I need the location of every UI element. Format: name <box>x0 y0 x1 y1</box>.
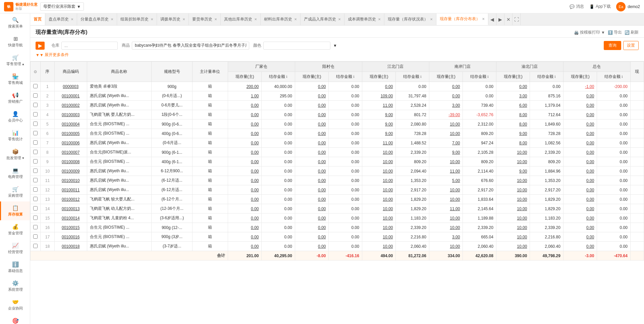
row-nanan-qty[interactable]: 11.00 <box>429 204 463 214</box>
row-checkbox[interactable] <box>31 148 41 157</box>
row-nanan-qty[interactable]: 10.00 <box>429 129 463 138</box>
row-sku[interactable]: 00100004 <box>54 120 87 129</box>
row-jiangbei-qty[interactable]: 10.00 <box>362 195 395 204</box>
row-sku[interactable]: 00100007 <box>54 148 87 157</box>
row-total-qty[interactable]: 0.00 <box>563 167 597 176</box>
row-checkbox[interactable] <box>31 185 41 195</box>
row-yubei-qty[interactable]: 9.00 <box>496 129 530 138</box>
row-mocun-qty[interactable]: 0.00 <box>295 223 328 232</box>
row-sku[interactable]: 0000003 <box>54 82 87 91</box>
row-factory-qty[interactable]: 0.00 <box>228 242 261 251</box>
tab-transfer-close[interactable]: ✕ <box>182 17 185 21</box>
tab-combo-tear-close[interactable]: ✕ <box>151 17 153 21</box>
row-yubei-qty[interactable]: 6.00 <box>496 101 530 110</box>
row-nanan-qty[interactable]: 5.00 <box>429 176 463 185</box>
row-mocun-qty[interactable]: 0.00 <box>295 101 328 110</box>
row-factory-qty[interactable]: 0.00 <box>228 120 261 129</box>
row-mocun-qty[interactable]: 0.00 <box>295 129 328 138</box>
tab-material-out[interactable]: 材料出库单历史 ✕ <box>261 13 301 25</box>
row-total-qty[interactable]: 0.00 <box>563 214 597 223</box>
row-yubei-qty[interactable]: 10.00 <box>496 195 530 204</box>
sidebar-item-retail[interactable]: 🛒 零售管理 ▲ <box>0 51 30 70</box>
sidebar-item-ecom[interactable]: 💻 电商管理 <box>0 164 30 183</box>
row-sku[interactable]: 00100011 <box>54 185 87 195</box>
row-checkbox[interactable] <box>31 195 41 204</box>
row-nanan-qty[interactable]: 10.00 <box>429 185 463 195</box>
row-total-qty[interactable]: 0.00 <box>563 195 597 204</box>
row-factory-qty[interactable]: 0.00 <box>228 157 261 167</box>
row-mocun-qty[interactable]: 0.00 <box>295 204 328 214</box>
row-total-qty[interactable]: 0.00 <box>563 242 597 251</box>
nanan-amt-info-icon[interactable]: ℹ <box>487 75 489 79</box>
row-total-qty[interactable]: -1.00 <box>563 82 597 91</box>
message-button[interactable]: 💬 消息 <box>570 4 584 9</box>
tab-cost-adjust-close[interactable]: ✕ <box>378 17 381 21</box>
row-nanan-qty[interactable]: 10.00 <box>429 242 463 251</box>
row-checkbox[interactable] <box>31 138 41 148</box>
row-checkbox[interactable] <box>31 242 41 251</box>
tab-transfer[interactable]: 调拨单历史 ✕ <box>157 13 189 25</box>
sidebar-item-marketing[interactable]: 📢 营销推广 <box>0 89 30 107</box>
row-yubei-qty[interactable]: 10.00 <box>496 157 530 167</box>
row-jiangbei-qty[interactable]: 10.00 <box>362 157 395 167</box>
row-factory-qty[interactable]: 0.00 <box>228 138 261 148</box>
row-factory-qty[interactable]: 0.00 <box>228 167 261 176</box>
refresh-button[interactable]: 🔄 刷新 <box>625 30 639 35</box>
row-jiangbei-qty[interactable]: 10.00 <box>362 214 395 223</box>
tab-stock-dist-close[interactable]: ✕ <box>482 17 485 21</box>
sidebar-item-basic[interactable]: ℹ️ 基础信息 <box>0 258 30 277</box>
row-factory-qty[interactable]: 0.00 <box>228 204 261 214</box>
row-total-qty[interactable]: 0.00 <box>563 138 597 148</box>
row-yubei-qty[interactable]: 8.00 <box>496 138 530 148</box>
row-mocun-qty[interactable]: 0.00 <box>295 214 328 223</box>
row-checkbox[interactable] <box>31 101 41 110</box>
row-jiangbei-qty[interactable]: 10.00 <box>362 185 395 195</box>
row-yubei-qty[interactable]: 10.00 <box>496 176 530 185</box>
tab-home[interactable]: 首页 <box>30 13 45 25</box>
row-mocun-qty[interactable]: 0.00 <box>295 232 328 242</box>
tab-partial-check-close[interactable]: ✕ <box>111 17 113 21</box>
row-factory-qty[interactable]: 0.00 <box>228 232 261 242</box>
user-menu[interactable]: Ea demo2 <box>616 2 640 11</box>
row-checkbox[interactable] <box>31 167 41 176</box>
tab-inventory-check[interactable]: 盘点单历史 ✕ <box>45 13 77 25</box>
row-sku[interactable]: 00100002 <box>54 101 87 110</box>
row-yubei-qty[interactable]: 10.00 <box>496 214 530 223</box>
sidebar-item-retail-stats[interactable]: 📊 零售统计 <box>0 126 30 145</box>
product-input[interactable] <box>132 42 249 50</box>
sidebar-item-wholesale[interactable]: 📦 批发管理 ▼ <box>0 145 30 164</box>
row-total-qty[interactable]: 0.00 <box>563 204 597 214</box>
row-nanan-qty[interactable]: 10.00 <box>429 223 463 232</box>
row-mocun-qty[interactable]: 0.00 <box>295 148 328 157</box>
row-checkbox[interactable] <box>31 91 41 101</box>
row-jiangbei-qty[interactable]: 10.00 <box>362 242 395 251</box>
row-nanan-qty[interactable]: 9.00 <box>429 148 463 157</box>
row-factory-qty[interactable]: 0.00 <box>228 214 261 223</box>
row-jiangbei-qty[interactable]: 9.00 <box>362 129 395 138</box>
row-jiangbei-qty[interactable]: 11.00 <box>362 138 395 148</box>
sidebar-item-corp[interactable]: 🤝 企业协同 <box>0 295 30 314</box>
app-download-button[interactable]: 📱 App下载 <box>589 4 611 9</box>
tab-material-out-close[interactable]: ✕ <box>294 17 297 21</box>
mocun-amt-info-icon[interactable]: ℹ <box>353 75 355 79</box>
row-checkbox[interactable] <box>31 82 41 91</box>
row-mocun-qty[interactable]: 0.00 <box>295 242 328 251</box>
row-nanan-qty[interactable]: 11.00 <box>429 167 463 176</box>
row-checkbox[interactable] <box>31 129 41 138</box>
tab-product-in[interactable]: 产成品入库单历史 ✕ <box>301 13 344 25</box>
factory-amt-info-icon[interactable]: ℹ <box>286 75 287 79</box>
gear-icon[interactable]: ⚙ <box>34 70 37 74</box>
row-jiangbei-qty[interactable]: 109.00 <box>362 91 395 101</box>
tab-demand[interactable]: 要货单历史 ✕ <box>189 13 221 25</box>
row-factory-qty[interactable]: 0.00 <box>228 195 261 204</box>
tab-demand-close[interactable]: ✕ <box>214 17 217 21</box>
row-nanan-qty[interactable]: 10.00 <box>429 120 463 129</box>
expand-more-button[interactable]: ▼▼ 展开更多条件 <box>36 52 639 58</box>
row-mocun-qty[interactable]: 0.00 <box>295 195 328 204</box>
row-factory-qty[interactable]: 0.00 <box>228 185 261 195</box>
row-yubei-qty[interactable]: 10.00 <box>496 185 530 195</box>
tab-other-out[interactable]: 其他出库单历史 ✕ <box>221 13 261 25</box>
sidebar-item-purchase[interactable]: 🛒 采购管理 <box>0 183 30 201</box>
sidebar-item-retail-store[interactable]: 🏪 零售商城 <box>0 70 30 89</box>
row-checkbox[interactable] <box>31 214 41 223</box>
